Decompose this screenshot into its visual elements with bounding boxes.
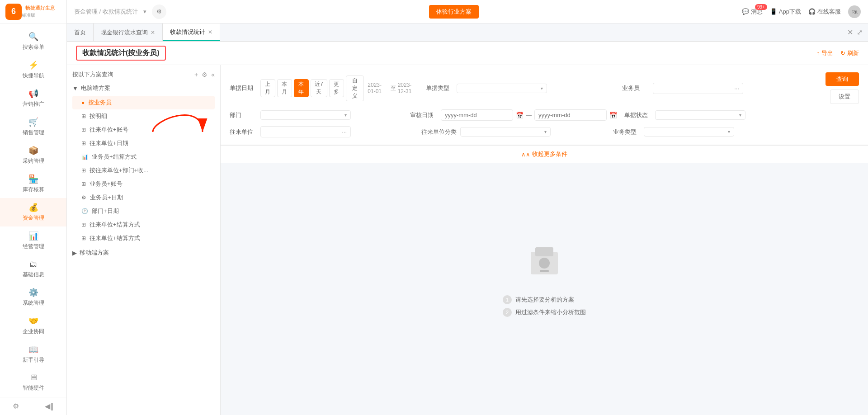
- date-from-value: 2023-01-01: [368, 82, 388, 94]
- sidebar-label-guide: 新手引导: [23, 356, 44, 364]
- scheme-section-mobile: ▶ 移动端方案: [72, 249, 215, 257]
- settings-bottom-btn[interactable]: ⚙: [13, 402, 19, 410]
- scheme-item-salesperson-settlement[interactable]: 📊 业务员+结算方式: [72, 150, 215, 164]
- logo-version: 标准版: [22, 12, 55, 19]
- filter-add-icon[interactable]: +: [194, 71, 198, 78]
- tab-expand-icon[interactable]: ⤢: [857, 28, 863, 37]
- tab-collection-stats[interactable]: 收款情况统计 ✕: [163, 24, 220, 41]
- export-icon: ↑: [817, 50, 820, 57]
- sidebar-item-guide[interactable]: 📖 新手引导: [0, 340, 66, 368]
- voucher-status-select[interactable]: ▾: [655, 110, 745, 120]
- scheme-item-partner-settlement1[interactable]: ⊞ 往来单位+结算方式: [72, 218, 215, 231]
- salesperson-dots[interactable]: ···: [734, 85, 739, 92]
- query-buttons: 查询 设置: [818, 72, 859, 104]
- business-type-select[interactable]: ▾: [644, 127, 734, 137]
- refresh-btn[interactable]: ↻ 刷新: [840, 49, 859, 57]
- date-last-month-btn[interactable]: 上月: [260, 79, 275, 97]
- tab-bank-flow-close[interactable]: ✕: [151, 29, 155, 36]
- partner-settlement2-icon: ⊞: [81, 235, 86, 241]
- scheme-item-partner-dept-collection[interactable]: ⊞ 按往来单位+部门+收...: [72, 164, 215, 177]
- collapse-bottom-btn[interactable]: ◀‖: [45, 402, 54, 410]
- sidebar-item-enterprise[interactable]: 🤝 企业协同: [0, 311, 66, 340]
- basic-icon: 🗂: [29, 259, 38, 269]
- collapse-bar[interactable]: ∧∧ 收起更多条件: [221, 145, 868, 163]
- partner-dots[interactable]: ···: [342, 128, 347, 135]
- scheme-item-label-salesperson-account: 业务员+账号: [90, 180, 123, 188]
- date-this-month-btn[interactable]: 本月: [277, 79, 292, 97]
- tab-collection-stats-close[interactable]: ✕: [208, 29, 212, 35]
- tab-bank-flow[interactable]: 现金银行流水查询 ✕: [94, 24, 163, 41]
- form-row-3: 往来单位 ··· 往来单位分类 ▾ 业务类型: [230, 126, 859, 137]
- date-field: 单据日期 上月 本月 本年 近7天 更多 自定义 2023-01-01 至: [230, 75, 419, 101]
- scheme-item-partner-account[interactable]: ⊞ 往来单位+账号: [72, 123, 215, 137]
- sidebar-item-quick-nav[interactable]: ⚡ 快捷导航: [0, 56, 66, 84]
- topbar-gear-btn[interactable]: ⚙: [152, 5, 166, 19]
- date-range-separator: 至: [391, 85, 396, 92]
- service-icon: 🎧: [808, 8, 816, 15]
- dept-arrow: ▾: [344, 113, 347, 118]
- dept-select[interactable]: ▾: [260, 110, 351, 120]
- salesperson-select[interactable]: ···: [653, 83, 743, 94]
- messages-badge: 99+: [755, 4, 767, 10]
- export-btn[interactable]: ↑ 导出: [817, 49, 834, 57]
- sidebar-item-search-menu[interactable]: 🔍 搜索菜单: [0, 27, 66, 56]
- scheme-item-partner-settlement2[interactable]: ⊞ 往来单位+结算方式: [72, 231, 215, 245]
- sidebar-item-hardware[interactable]: 🖥 智能硬件: [0, 368, 66, 396]
- voucher-status-arrow: ▾: [739, 113, 741, 118]
- partner-date-icon: ⊞: [81, 140, 86, 146]
- date-more-btn[interactable]: 更多: [329, 79, 344, 97]
- filter-settings-icon[interactable]: ⚙: [202, 71, 208, 78]
- review-date-from-input[interactable]: [441, 109, 513, 121]
- partner-category-select[interactable]: ▾: [460, 127, 551, 137]
- sidebar-item-finance[interactable]: 💰 资金管理: [0, 198, 66, 226]
- date-this-year-btn[interactable]: 本年: [294, 79, 309, 97]
- main: 资金管理 / 收款情况统计 ▾ ⚙ 体验行业方案 💬 消息 99+ 📱 App下…: [67, 0, 868, 415]
- desktop-section-header[interactable]: ▼ 电脑端方案: [72, 84, 215, 92]
- query-btn[interactable]: 查询: [826, 72, 859, 86]
- scheme-item-salesperson-date[interactable]: ⚙ 业务员+日期: [72, 191, 215, 204]
- mobile-section-header[interactable]: ▶ 移动端方案: [72, 249, 215, 257]
- review-date-to-input[interactable]: [534, 109, 607, 121]
- voucher-type-select[interactable]: ▾: [457, 84, 547, 93]
- svg-rect-3: [540, 270, 549, 272]
- tab-home[interactable]: 首页: [67, 24, 94, 41]
- sidebar-item-inventory[interactable]: 🏪 库存核算: [0, 170, 66, 198]
- topbar-dropdown-icon[interactable]: ▾: [143, 8, 146, 15]
- svg-point-2: [539, 258, 550, 269]
- enterprise-solution-btn[interactable]: 体验行业方案: [429, 5, 479, 19]
- topbar-right: 💬 消息 99+ 📱 App下载 🎧 在线客服 Rit: [742, 5, 861, 18]
- date-last7-btn[interactable]: 近7天: [311, 79, 327, 97]
- scheme-item-dept-date[interactable]: 🕐 部门+日期: [72, 204, 215, 218]
- marketing-icon: 📢: [28, 89, 38, 99]
- sidebar-label-sales: 销售管理: [23, 129, 44, 137]
- sidebar-item-basic[interactable]: 🗂 基础信息: [0, 255, 66, 283]
- review-date-range: 📅 — 📅: [441, 109, 617, 121]
- setting-btn[interactable]: 设置: [830, 90, 859, 104]
- page-actions: ↑ 导出 ↻ 刷新: [817, 49, 859, 57]
- partner-select[interactable]: ···: [260, 126, 351, 137]
- salesperson-settlement-icon: 📊: [81, 154, 88, 160]
- online-service-btn[interactable]: 🎧 在线客服: [808, 8, 841, 16]
- sidebar-item-system[interactable]: ⚙️ 系统管理: [0, 283, 66, 311]
- dept-field: 部门 ▾: [230, 110, 403, 120]
- scheme-item-by-salesperson[interactable]: ● 按业务员: [72, 96, 215, 109]
- sidebar-item-operation[interactable]: 📊 经营管理: [0, 226, 66, 255]
- filter-collapse-icon[interactable]: «: [211, 71, 215, 78]
- sidebar-item-purchase[interactable]: 📦 采购管理: [0, 141, 66, 170]
- voucher-type-field: 单据类型 ▾: [426, 84, 615, 93]
- scheme-item-salesperson-account[interactable]: ⊞ 业务员+账号: [72, 177, 215, 191]
- sidebar-item-sales[interactable]: 🛒 销售管理: [0, 113, 66, 141]
- scheme-item-partner-date[interactable]: ⊞ 往来单位+日期: [72, 137, 215, 150]
- sidebar-item-marketing[interactable]: 📢 营销推广: [0, 84, 66, 113]
- app-download-btn[interactable]: 📱 App下载: [770, 8, 801, 16]
- scheme-item-by-detail[interactable]: ⊞ 按明细: [72, 109, 215, 123]
- user-label: Rit: [851, 9, 857, 14]
- date-custom-btn[interactable]: 自定义: [346, 75, 364, 101]
- sidebar-label-finance: 资金管理: [23, 214, 44, 222]
- hardware-icon: 🖥: [29, 373, 38, 382]
- sidebar-label-purchase: 采购管理: [23, 157, 44, 165]
- messages-btn[interactable]: 💬 消息 99+: [742, 8, 763, 16]
- tab-close-icon[interactable]: ✕: [847, 28, 853, 37]
- date-to-value: 2023-12-31: [398, 82, 419, 94]
- user-avatar[interactable]: Rit: [848, 5, 861, 18]
